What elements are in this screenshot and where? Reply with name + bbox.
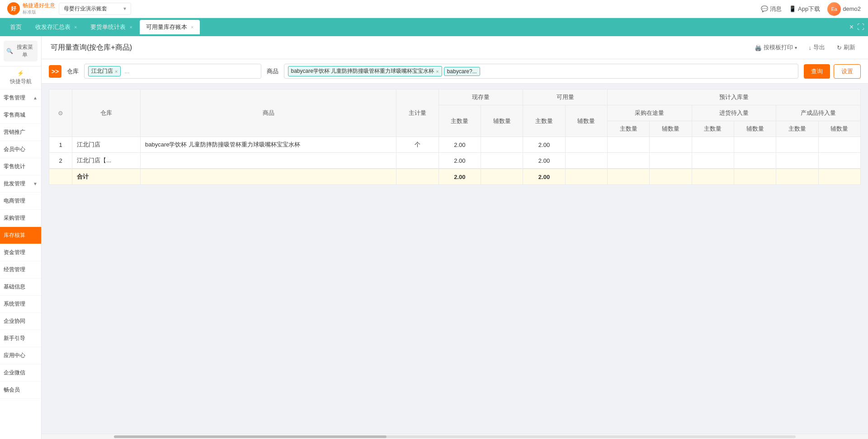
col-purchase-aux-qty: 辅数量 xyxy=(650,121,692,137)
col-current-main-qty: 主数量 xyxy=(439,105,481,137)
app-download-label: App下载 xyxy=(798,5,820,13)
export-btn[interactable]: ↓ 导出 xyxy=(805,42,829,53)
table-footer-row: 合计 2.00 2.00 xyxy=(49,169,861,185)
member-label: 会员中心 xyxy=(4,146,25,153)
store-name: 母婴行业演示账套 xyxy=(64,5,107,13)
query-btn[interactable]: 查询 xyxy=(804,64,830,79)
marketing-label: 营销推广 xyxy=(4,128,25,136)
table-row: 2 江北门店【... 2.00 2.00 xyxy=(49,153,861,169)
row1-avail-main: 2.00 xyxy=(523,137,565,153)
expand-btn[interactable]: ⛶ xyxy=(857,23,864,31)
col-warehouse-header: 仓库 xyxy=(72,90,141,137)
store-selector[interactable]: 母婴行业演示账套 ▾ xyxy=(59,3,131,15)
warehouse-tag-jiangbei: 江北门店 × xyxy=(88,66,121,76)
table-settings-icon[interactable]: ⚙ xyxy=(58,110,63,117)
horizontal-scrollbar[interactable] xyxy=(114,435,796,438)
sidebar-item-enterprise-wechat[interactable]: 企业微信 xyxy=(0,364,41,382)
close-receipt-summary[interactable]: × xyxy=(74,24,77,30)
sidebar-item-enterprise[interactable]: 企业协同 xyxy=(0,313,41,330)
export-label: 导出 xyxy=(813,43,825,52)
print-icon: 🖨️ xyxy=(755,44,762,51)
filter-expand-btn[interactable]: >> xyxy=(49,65,61,78)
logo-icon: 好 xyxy=(7,2,20,15)
tab-home[interactable]: 首页 xyxy=(4,20,28,34)
tab-receipt-summary-label: 收发存汇总表 xyxy=(35,23,71,31)
product-tag-1-close[interactable]: × xyxy=(436,69,439,74)
col-available-main-qty: 主数量 xyxy=(523,105,565,137)
search-menu-btn[interactable]: 🔍 搜索菜单 xyxy=(4,41,38,61)
warehouse-input[interactable]: 江北门店 × ... xyxy=(84,64,261,79)
row1-production-aux xyxy=(818,137,860,153)
warehouse-more-btn[interactable]: ... xyxy=(123,68,131,75)
sidebar-search: 🔍 搜索菜单 xyxy=(0,36,41,66)
app-download-btn[interactable]: 📱 App下载 xyxy=(789,5,820,13)
row1-purchase-main xyxy=(607,137,649,153)
scroll-thumb[interactable] xyxy=(114,435,387,438)
refresh-label: 刷新 xyxy=(844,43,855,52)
table-row: 1 江北门店 babycare学饮杯 儿童防摔防撞吸管杯重力球吸嘴杯宝宝水杯 个… xyxy=(49,137,861,153)
row1-purchase-aux xyxy=(650,137,692,153)
refresh-btn[interactable]: ↻ 刷新 xyxy=(833,42,859,53)
sidebar-item-app-center[interactable]: 应用中心 xyxy=(0,347,41,364)
avatar: Ea xyxy=(827,2,841,16)
sidebar-item-ecommerce[interactable]: 电商管理 xyxy=(0,193,41,210)
product-input[interactable]: babycare学饮杯 儿童防摔防撞吸管杯重力球吸嘴杯宝宝水杯 × babyca… xyxy=(284,64,799,79)
template-print-label: 按模板打印 xyxy=(764,43,793,52)
tab-available-stock[interactable]: 可用量库存账本 × xyxy=(140,20,200,34)
row1-warehouse: 江北门店 xyxy=(72,137,141,153)
sidebar-item-member[interactable]: 会员中心 xyxy=(0,141,41,158)
close-order-stats[interactable]: × xyxy=(129,24,132,30)
store-selector-arrow: ▾ xyxy=(123,5,126,12)
row1-product: babycare学饮杯 儿童防摔防撞吸管杯重力球吸嘴杯宝宝水杯 xyxy=(140,137,396,153)
row2-purchase-aux xyxy=(650,153,692,169)
row2-purchase-main xyxy=(607,153,649,169)
sidebar-item-vip-member[interactable]: 畅会员 xyxy=(0,382,41,399)
sidebar-item-inventory[interactable]: 库存核算 xyxy=(0,227,41,244)
user-btn[interactable]: Ea demo2 xyxy=(827,2,861,16)
footer-label: 合计 xyxy=(72,169,141,185)
col-expected-inbound-header: 预计入库量 xyxy=(607,90,860,105)
close-available-stock[interactable]: × xyxy=(191,24,193,30)
col-unit-header: 主计量 xyxy=(396,90,439,137)
row2-inbound-main xyxy=(692,153,734,169)
nav-tabs-actions: × ⛶ xyxy=(849,23,864,31)
sidebar-item-newbie[interactable]: 新手引导 xyxy=(0,330,41,347)
sidebar-item-wholesale-mgmt[interactable]: 批发管理 ▼ xyxy=(0,175,41,193)
quick-nav-btn[interactable]: ⚡ 快捷导航 xyxy=(0,66,41,90)
warehouse-tag-close[interactable]: × xyxy=(115,69,118,74)
sidebar-item-retail-mgmt[interactable]: 零售管理 ▲ xyxy=(0,90,41,107)
tab-order-stats[interactable]: 要货单统计表 × xyxy=(84,20,138,34)
row1-inbound-aux xyxy=(734,137,776,153)
product-tag-1: babycare学饮杯 儿童防摔防撞吸管杯重力球吸嘴杯宝宝水杯 × xyxy=(288,66,442,76)
sidebar-item-purchase[interactable]: 采购管理 xyxy=(0,210,41,227)
sidebar-item-marketing[interactable]: 营销推广 xyxy=(0,124,41,141)
row1-inbound-main xyxy=(692,137,734,153)
sidebar-item-finance[interactable]: 资金管理 xyxy=(0,244,41,261)
row2-unit xyxy=(396,153,439,169)
retail-mgmt-label: 零售管理 xyxy=(4,94,25,102)
row2-warehouse: 江北门店【... xyxy=(72,153,141,169)
top-bar: 好 畅捷通好生意 标准版 母婴行业演示账套 ▾ 💬 消息 📱 App下载 Ea … xyxy=(0,0,868,18)
page-title: 可用量查询(按仓库+商品) xyxy=(51,43,132,52)
row2-product xyxy=(140,153,396,169)
enterprise-label: 企业协同 xyxy=(4,317,25,325)
tab-receipt-summary[interactable]: 收发存汇总表 × xyxy=(29,20,83,34)
filter-bar: >> 仓库 江北门店 × ... 商品 babycare学饮杯 儿童防摔防撞吸管… xyxy=(42,59,868,84)
sidebar-item-basic-info[interactable]: 基础信息 xyxy=(0,279,41,296)
message-btn[interactable]: 💬 消息 xyxy=(761,5,782,13)
inventory-label: 库存核算 xyxy=(4,231,25,239)
settings-btn[interactable]: 设置 xyxy=(834,64,861,79)
close-all-tabs-btn[interactable]: × xyxy=(849,23,854,31)
main-layout: 🔍 搜索菜单 ⚡ 快捷导航 零售管理 ▲ 零售商城 营销推广 会员中心 零售统计… xyxy=(0,36,868,439)
sidebar-item-system[interactable]: 系统管理 xyxy=(0,296,41,313)
filter-actions: 查询 设置 xyxy=(804,64,861,79)
sidebar-item-retail-store[interactable]: 零售商城 xyxy=(0,107,41,124)
template-print-btn[interactable]: 🖨️ 按模板打印 ▾ xyxy=(751,42,801,53)
sidebar-item-operations[interactable]: 经营管理 xyxy=(0,261,41,279)
sidebar-item-retail-stats[interactable]: 零售统计 xyxy=(0,158,41,175)
system-label: 系统管理 xyxy=(4,300,25,308)
row1-current-main: 2.00 xyxy=(439,137,481,153)
product-tag-1-text: babycare学饮杯 儿童防摔防撞吸管杯重力球吸嘴杯宝宝水杯 xyxy=(291,67,434,75)
retail-store-label: 零售商城 xyxy=(4,111,25,119)
col-production-header: 产成品待入量 xyxy=(776,105,861,121)
